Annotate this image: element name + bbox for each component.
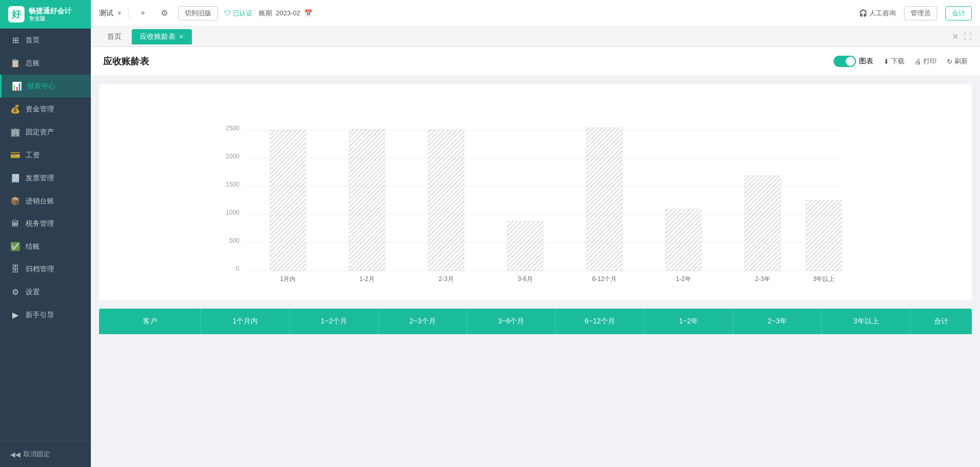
svg-rect-13 xyxy=(270,130,306,271)
sidebar-item-label: 进销台账 xyxy=(26,197,54,206)
verified-text: 已认证 xyxy=(233,9,253,18)
download-btn[interactable]: ⬇ 下载 xyxy=(884,57,904,66)
salary-icon: 💳 xyxy=(10,150,20,160)
close-window-btn[interactable]: ✕ xyxy=(952,32,959,41)
table-header: 客户 1个月内 1~2个月 2~3个月 3~6个月 6~12个月 1~2年 2~… xyxy=(99,309,972,334)
sidebar-item-home[interactable]: ⊞ 首页 xyxy=(0,29,91,52)
tab-label: 应收账龄表 xyxy=(140,32,176,41)
sidebar: 好 畅捷通好会计 专业版 ⊞ 首页 📋 总账 📊 报表中心 💰 资金管理 🏢 固… xyxy=(0,0,91,467)
ledger-icon: 📋 xyxy=(10,58,20,68)
tabs-bar: 首页 应收账龄表 ✕ ✕ ⛶ xyxy=(91,27,980,47)
sidebar-item-guide[interactable]: ▶ 新手引导 xyxy=(0,303,91,326)
col-3-6month: 3~6个月 xyxy=(467,309,556,334)
sidebar-item-settings[interactable]: ⚙ 设置 xyxy=(0,281,91,303)
shield-icon: 🛡 xyxy=(224,9,231,17)
period-value: 2023-02 xyxy=(276,9,301,17)
chart-toggle[interactable]: 图表 xyxy=(834,56,873,67)
svg-text:2-3月: 2-3月 xyxy=(438,275,453,283)
col-1month: 1个月内 xyxy=(201,309,290,334)
print-label: 打印 xyxy=(923,57,937,66)
sidebar-item-label: 税务管理 xyxy=(26,219,54,228)
sidebar-item-label: 报表中心 xyxy=(27,82,56,91)
cancel-fixed-label: 取消固定 xyxy=(23,450,50,459)
topbar: 测试 ▼ ＋ ⚙ 切到旧版 🛡 已认证 账期 2023-02 📅 🎧 人工咨询 … xyxy=(91,0,980,27)
project-name: 测试 xyxy=(99,9,113,18)
role-btn[interactable]: 会计 xyxy=(945,6,972,20)
sidebar-bottom: ◀◀ 取消固定 xyxy=(0,441,91,467)
tab-close-icon[interactable]: ✕ xyxy=(179,33,184,40)
expand-window-btn[interactable]: ⛶ xyxy=(964,32,972,41)
assets-icon: 🏢 xyxy=(10,127,20,137)
topbar-right: 🎧 人工咨询 管理员 会计 xyxy=(859,6,972,20)
svg-text:2000: 2000 xyxy=(226,153,239,160)
svg-text:1500: 1500 xyxy=(226,181,239,188)
sidebar-item-assets[interactable]: 🏢 固定资产 xyxy=(0,121,91,144)
divider1 xyxy=(129,8,129,18)
refresh-btn[interactable]: ↻ 刷新 xyxy=(947,57,968,66)
sidebar-item-inventory[interactable]: 📦 进销台账 xyxy=(0,190,91,213)
col-2-3month: 2~3个月 xyxy=(379,309,468,334)
sidebar-item-ledger[interactable]: 📋 总账 xyxy=(0,52,91,75)
sidebar-item-tax[interactable]: 🏛 税务管理 xyxy=(0,213,91,235)
svg-text:1-2年: 1-2年 xyxy=(676,275,691,283)
col-customer: 客户 xyxy=(99,309,201,334)
col-3plus-year: 3年以上 xyxy=(822,309,911,334)
period-display: 账期 2023-02 📅 xyxy=(259,9,312,18)
sidebar-item-salary[interactable]: 💳 工资 xyxy=(0,144,91,167)
settings-icon: ⚙ xyxy=(10,287,20,297)
svg-rect-17 xyxy=(428,130,464,271)
sidebar-nav: ⊞ 首页 📋 总账 📊 报表中心 💰 资金管理 🏢 固定资产 💳 工资 🧾 发票… xyxy=(0,29,91,441)
headset-icon: 🎧 xyxy=(859,9,867,17)
report-header: 应收账龄表 图表 ⬇ 下载 🖨 打印 ↻ 刷新 xyxy=(91,47,980,76)
svg-text:1月内: 1月内 xyxy=(280,275,296,283)
app-name: 畅捷通好会计 xyxy=(29,7,71,15)
sidebar-item-funds[interactable]: 💰 资金管理 xyxy=(0,98,91,121)
report-actions: 图表 ⬇ 下载 🖨 打印 ↻ 刷新 xyxy=(834,56,968,67)
svg-rect-27 xyxy=(806,200,842,271)
cancel-fixed-btn[interactable]: ◀◀ 取消固定 xyxy=(8,447,83,462)
consult-btn[interactable]: 🎧 人工咨询 xyxy=(859,9,896,18)
switch-version-btn[interactable]: 切到旧版 xyxy=(178,6,218,20)
svg-text:3年以上: 3年以上 xyxy=(813,275,835,283)
page-content: 应收账龄表 图表 ⬇ 下载 🖨 打印 ↻ 刷新 xyxy=(91,47,980,467)
sidebar-item-label: 发票管理 xyxy=(26,174,54,183)
refresh-label: 刷新 xyxy=(954,57,968,66)
tab-home[interactable]: 首页 xyxy=(99,29,130,44)
bar-chart: 0 500 1000 1500 2000 2500 xyxy=(109,95,962,289)
print-icon: 🖨 xyxy=(915,58,921,65)
consult-label: 人工咨询 xyxy=(869,9,896,18)
svg-rect-23 xyxy=(666,209,701,271)
refresh-icon: ↻ xyxy=(947,58,952,65)
print-btn[interactable]: 🖨 打印 xyxy=(915,57,937,66)
svg-rect-21 xyxy=(586,128,622,271)
download-label: 下载 xyxy=(891,57,904,66)
sidebar-item-label: 归档管理 xyxy=(26,265,54,274)
svg-text:0: 0 xyxy=(236,265,239,272)
sidebar-item-archive[interactable]: 🗄 归档管理 xyxy=(0,258,91,281)
sidebar-item-invoice[interactable]: 🧾 发票管理 xyxy=(0,167,91,190)
user-btn[interactable]: 管理员 xyxy=(904,6,937,20)
tab-label: 首页 xyxy=(107,32,121,41)
tax-icon: 🏛 xyxy=(10,219,20,228)
sidebar-item-label: 设置 xyxy=(26,288,40,297)
tab-aging[interactable]: 应收账龄表 ✕ xyxy=(132,29,192,44)
settings-btn[interactable]: ⚙ xyxy=(157,6,172,21)
col-total: 合计 xyxy=(911,309,972,334)
archive-icon: 🗄 xyxy=(10,265,20,274)
svg-text:1-2月: 1-2月 xyxy=(359,275,374,283)
sidebar-item-checkout[interactable]: ✅ 结账 xyxy=(0,235,91,258)
toggle-switch[interactable] xyxy=(834,56,856,67)
app-logo: 好 畅捷通好会计 专业版 xyxy=(0,0,91,29)
guide-icon: ▶ xyxy=(10,310,20,320)
svg-text:6-12个月: 6-12个月 xyxy=(592,275,617,283)
calendar-icon[interactable]: 📅 xyxy=(304,9,312,17)
add-btn[interactable]: ＋ xyxy=(135,6,151,21)
project-selector[interactable]: 测试 ▼ xyxy=(99,9,122,18)
sidebar-item-label: 工资 xyxy=(26,151,40,160)
col-1-2year: 1~2年 xyxy=(645,309,733,334)
checkout-icon: ✅ xyxy=(10,242,20,251)
sidebar-item-report[interactable]: 📊 报表中心 xyxy=(0,75,91,98)
col-6-12month: 6~12个月 xyxy=(556,309,645,334)
chevron-down-icon: ▼ xyxy=(116,10,122,17)
svg-rect-25 xyxy=(745,176,780,271)
